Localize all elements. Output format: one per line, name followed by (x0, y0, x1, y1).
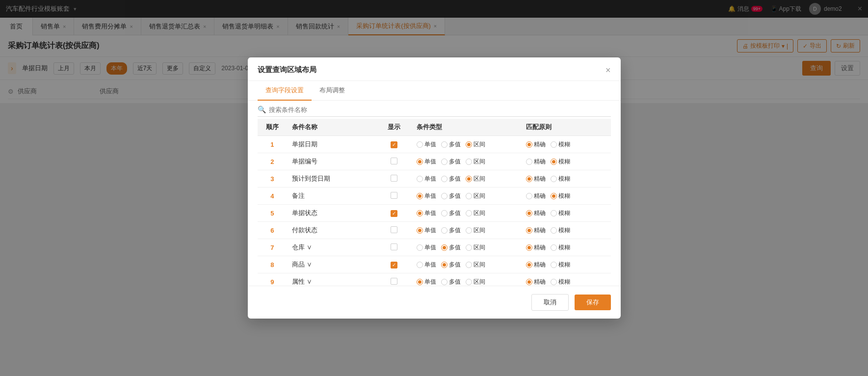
modal-close-button[interactable]: × (605, 66, 611, 81)
modal-overlay: 设置查询区域布局 × 查询字段设置 布局调整 🔍 顺序 (0, 0, 868, 103)
modal-dialog: 设置查询区域布局 × 查询字段设置 布局调整 🔍 顺序 (248, 57, 621, 103)
modal-tab-layout[interactable]: 布局调整 (312, 81, 353, 101)
modal-tabs: 查询字段设置 布局调整 (248, 81, 621, 101)
modal-title: 设置查询区域布局 (258, 65, 316, 81)
modal-header: 设置查询区域布局 × (248, 57, 621, 81)
modal-tab-query-fields[interactable]: 查询字段设置 (258, 81, 312, 101)
